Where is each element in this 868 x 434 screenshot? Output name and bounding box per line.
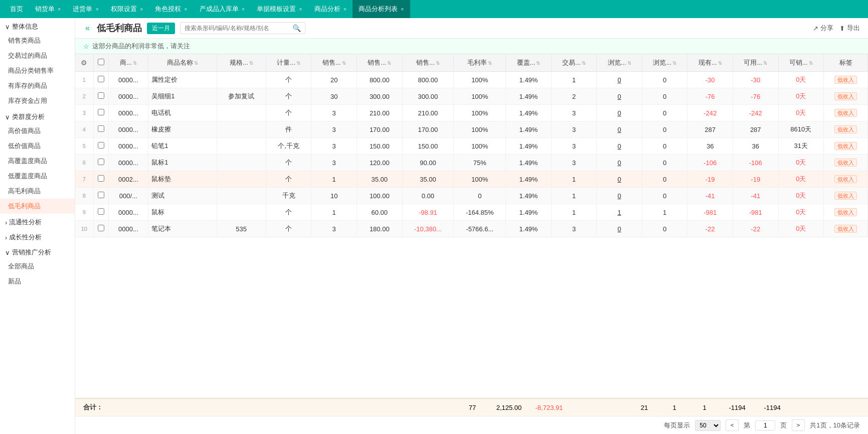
row-view1[interactable]: 0 (597, 155, 642, 171)
row-current: -981 (687, 204, 733, 221)
search-icon[interactable]: 🔍 (292, 24, 301, 32)
table-row: 2 0000... 吴细细1 参加复试 个 30 300.00 300.00 1… (75, 88, 868, 105)
sidebar-item-high-coverage[interactable]: 高覆盖度商品 (0, 154, 75, 169)
row-select-checkbox[interactable] (98, 208, 104, 215)
sidebar-item-new-goods[interactable]: 新品 (0, 274, 75, 289)
sidebar-arrow-growth: › (5, 234, 7, 241)
row-tradecount: 1 (551, 72, 597, 88)
nav-analysis-list[interactable]: 商品分析列表 × (353, 0, 410, 18)
share-btn[interactable]: ↗ 分享 (813, 24, 833, 33)
row-select-checkbox[interactable] (98, 175, 104, 182)
nav-close-analysis[interactable]: × (343, 6, 346, 12)
row-view1[interactable]: 1 (597, 204, 642, 221)
row-select-checkbox[interactable] (98, 125, 104, 132)
nav-product-entry[interactable]: 产成品入库单 × (194, 0, 251, 18)
nav-role[interactable]: 角色授权 × (149, 0, 193, 18)
sidebar-item-low-coverage[interactable]: 低覆盖度商品 (0, 169, 75, 184)
sidebar-group-cluster[interactable]: ∨ 类群度分析 (0, 108, 75, 123)
row-view1[interactable]: 0 (597, 188, 642, 204)
sidebar-item-all-goods[interactable]: 全部商品 (0, 259, 75, 274)
nav-close-role[interactable]: × (184, 6, 187, 12)
row-select-checkbox[interactable] (98, 159, 104, 165)
page-input[interactable] (755, 420, 775, 430)
row-select-checkbox[interactable] (98, 109, 104, 115)
nav-close-analysis-list[interactable]: × (401, 6, 404, 12)
sidebar-group-growth[interactable]: › 成长性分析 (0, 229, 75, 244)
sidebar-group-liquidity[interactable]: › 流通性分析 (0, 214, 75, 229)
row-checkbox[interactable] (93, 138, 108, 155)
sidebar-item-category-sales[interactable]: 商品分类销售率 (0, 63, 75, 78)
row-view1[interactable]: 0 (597, 121, 642, 138)
row-select-checkbox[interactable] (98, 92, 104, 99)
sidebar-collapse-btn[interactable]: « (83, 23, 92, 34)
nav-permission[interactable]: 权限设置 × (105, 0, 149, 18)
nav-template[interactable]: 单据模板设置 × (251, 0, 308, 18)
sidebar-item-stock-goods[interactable]: 有库存的商品 (0, 78, 75, 93)
sidebar-item-sales-goods[interactable]: 销售类商品 (0, 33, 75, 48)
sidebar-item-capital[interactable]: 库存资金占用 (0, 93, 75, 108)
sidebar-group-marketing[interactable]: ∨ 营销推广分析 (0, 244, 75, 259)
row-select-checkbox[interactable] (98, 225, 104, 231)
row-checkbox[interactable] (93, 188, 108, 204)
nav-home[interactable]: 首页 (4, 0, 29, 18)
nav-close-sales[interactable]: × (58, 6, 61, 12)
row-checkbox[interactable] (93, 105, 108, 121)
date-filter-btn[interactable]: 近一月 (147, 23, 175, 34)
row-view1[interactable]: 0 (597, 105, 642, 121)
export-btn[interactable]: ⬆ 导出 (839, 24, 860, 33)
nav-sales[interactable]: 销货单 × (29, 0, 67, 18)
tag-badge: 低收入 (834, 92, 857, 100)
nav-purchase[interactable]: 进货单 × (67, 0, 104, 18)
sidebar-item-high-value[interactable]: 高价值商品 (0, 123, 75, 138)
data-table: ⚙ 商...⇅ 商品名称⇅ 规格...⇅ 计量...⇅ 销售...⇅ 销售...… (75, 54, 868, 237)
nav-close-product[interactable]: × (242, 6, 245, 12)
nav-close-permission[interactable]: × (140, 6, 143, 12)
view1-link[interactable]: 1 (617, 209, 621, 216)
row-margin: 0 (454, 188, 506, 204)
row-checkbox[interactable] (93, 121, 108, 138)
row-available: -19 (733, 171, 778, 188)
view1-link[interactable]: 0 (617, 142, 621, 150)
view1-link[interactable]: 0 (617, 76, 621, 84)
row-tag: 低收入 (824, 221, 868, 237)
nav-close-purchase[interactable]: × (95, 6, 98, 12)
view1-link[interactable]: 0 (617, 109, 621, 117)
row-checkbox[interactable] (93, 204, 108, 221)
sidebar-item-high-margin[interactable]: 高毛利商品 (0, 184, 75, 199)
row-view1[interactable]: 0 (597, 88, 642, 105)
row-checkbox[interactable] (93, 155, 108, 171)
row-view1[interactable]: 0 (597, 171, 642, 188)
row-current: 36 (687, 138, 733, 155)
row-select-checkbox[interactable] (98, 192, 104, 198)
view1-link[interactable]: 0 (617, 225, 621, 233)
row-view1[interactable]: 0 (597, 138, 642, 155)
row-code: 0000... (108, 72, 148, 88)
view1-link[interactable]: 0 (617, 126, 621, 133)
search-input[interactable] (185, 25, 292, 32)
row-view1[interactable]: 0 (597, 72, 642, 88)
view1-link[interactable]: 0 (617, 93, 621, 100)
sidebar-group-overall[interactable]: ∨ 整体信息 (0, 18, 75, 33)
row-salesqty: 3 (311, 138, 357, 155)
per-page-select[interactable]: 50 100 200 (695, 420, 721, 431)
row-view1[interactable]: 0 (597, 221, 642, 237)
row-checkbox[interactable] (93, 171, 108, 188)
row-margin: 100% (454, 105, 506, 121)
row-checkbox[interactable] (93, 72, 108, 88)
select-all-checkbox[interactable] (98, 59, 104, 65)
sidebar-item-low-margin[interactable]: 低毛利商品 (0, 199, 75, 214)
prev-page-btn[interactable]: ＜ (726, 419, 739, 431)
row-select-checkbox[interactable] (98, 76, 104, 82)
row-checkbox[interactable] (93, 221, 108, 237)
sidebar-item-traded-goods[interactable]: 交易过的商品 (0, 48, 75, 63)
row-select-checkbox[interactable] (98, 142, 104, 149)
next-page-btn[interactable]: ＞ (792, 419, 805, 431)
settings-icon[interactable]: ⚙ (81, 59, 87, 67)
row-checkbox[interactable] (93, 88, 108, 105)
nav-close-template[interactable]: × (299, 6, 302, 12)
view1-link[interactable]: 0 (617, 192, 621, 200)
view1-link[interactable]: 0 (617, 159, 621, 167)
view1-link[interactable]: 0 (617, 176, 621, 183)
sidebar-item-low-value[interactable]: 低价值商品 (0, 138, 75, 154)
nav-analysis[interactable]: 商品分析 × (308, 0, 353, 18)
